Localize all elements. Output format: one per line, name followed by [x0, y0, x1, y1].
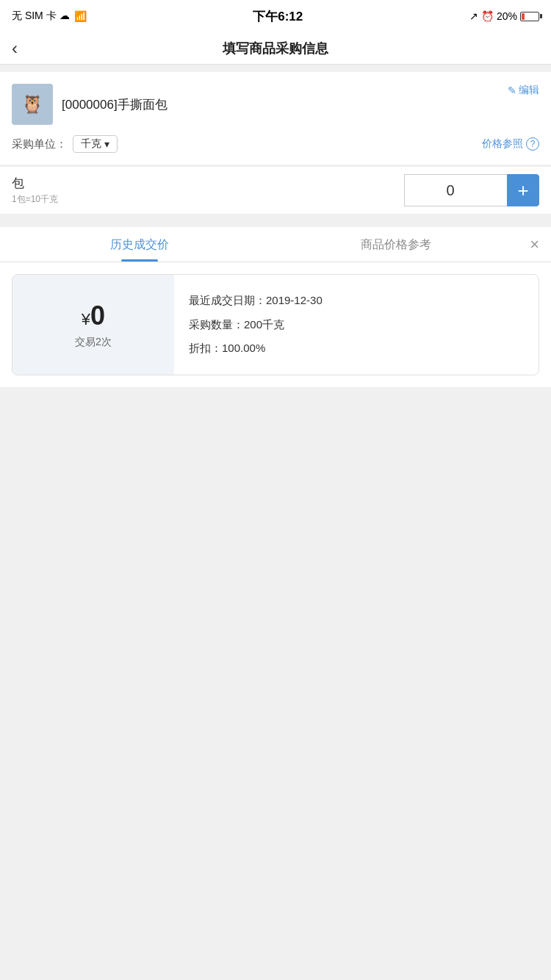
wifi-icon: 📶 [74, 10, 87, 22]
price-ref-label: 价格参照 [482, 137, 523, 151]
unit-value: 千克 [81, 137, 101, 151]
location-icon: ↗ [469, 10, 478, 22]
battery-fill [522, 13, 525, 20]
price-card-right: 最近成交日期：2019-12-30 采购数量：200千克 折扣：100.00% [174, 275, 539, 375]
discount-row: 折扣：100.00% [189, 340, 524, 357]
no-sim-text: 无 SIM 卡 ☁ [12, 10, 70, 23]
edit-button[interactable]: ✎ 编辑 [508, 84, 539, 97]
recent-date-row: 最近成交日期：2019-12-30 [189, 292, 524, 309]
purchase-qty-value: 200千克 [244, 318, 284, 331]
price-display: ¥0 [82, 300, 105, 331]
quantity-input[interactable] [404, 174, 507, 206]
qty-conversion: 1包=10千克 [12, 193, 58, 206]
back-button[interactable]: ‹ [12, 35, 24, 62]
purchase-qty-row: 采购数量：200千克 [189, 317, 524, 334]
dropdown-arrow-icon: ▾ [104, 138, 109, 150]
product-info: 🦉 [0000006]手撕面包 [12, 84, 168, 125]
nav-bar: ‹ 填写商品采购信息 [0, 32, 551, 65]
trade-count: 交易2次 [75, 336, 112, 349]
page-title: 填写商品采购信息 [223, 40, 328, 57]
status-right: ↗ ⏰ 20% [469, 10, 539, 22]
tab-close-button[interactable]: × [524, 229, 539, 260]
product-unit-row: 采购单位： 千克 ▾ 价格参照 ? [12, 135, 539, 153]
price-card-left: ¥0 交易2次 [12, 275, 174, 375]
qty-unit-text: 包 [12, 175, 58, 192]
price-reference-button[interactable]: 价格参照 ? [482, 137, 539, 151]
price-ref-help-icon: ? [526, 137, 539, 151]
discount-label: 折扣： [189, 342, 222, 354]
tabs-row: 历史成交价 商品价格参考 × [0, 227, 551, 262]
currency-symbol: ¥ [82, 310, 90, 328]
status-left: 无 SIM 卡 ☁ 📶 [12, 10, 87, 23]
purchase-qty-label: 采购数量： [189, 318, 244, 331]
history-price-section: ¥0 交易2次 最近成交日期：2019-12-30 采购数量：200千克 折扣：… [0, 262, 551, 387]
qty-plus-button[interactable]: + [507, 174, 539, 206]
tabs-container: 历史成交价 商品价格参考 × [0, 227, 551, 262]
alarm-icon: ⏰ [481, 10, 494, 22]
discount-value: 100.00% [222, 342, 265, 354]
unit-label: 采购单位： [12, 137, 67, 151]
tab-product-price-ref[interactable]: 商品价格参考 [268, 227, 525, 262]
status-bar: 无 SIM 卡 ☁ 📶 下午6:12 ↗ ⏰ 20% [0, 0, 551, 32]
quantity-section: 包 1包=10千克 + [0, 166, 551, 214]
qty-label-area: 包 1包=10千克 [12, 175, 58, 206]
qty-control: + [404, 174, 539, 206]
product-name: [0000006]手撕面包 [62, 96, 168, 113]
product-section: 🦉 [0000006]手撕面包 ✎ 编辑 采购单位： 千克 ▾ 价格参照 ? [0, 72, 551, 165]
recent-date-value: 2019-12-30 [266, 294, 323, 306]
edit-label: 编辑 [519, 84, 539, 97]
tab-history-price[interactable]: 历史成交价 [12, 227, 268, 262]
status-time: 下午6:12 [253, 8, 303, 25]
divider [0, 214, 551, 220]
edit-icon: ✎ [508, 84, 516, 96]
price-amount: 0 [90, 300, 105, 331]
price-card: ¥0 交易2次 最近成交日期：2019-12-30 采购数量：200千克 折扣：… [12, 274, 539, 375]
unit-select-dropdown[interactable]: 千克 ▾ [73, 135, 118, 153]
product-top-row: 🦉 [0000006]手撕面包 ✎ 编辑 [12, 84, 539, 125]
battery-icon [520, 12, 539, 21]
product-thumbnail: 🦉 [12, 84, 53, 125]
recent-date-label: 最近成交日期： [189, 294, 266, 306]
battery-percentage: 20% [497, 10, 517, 22]
